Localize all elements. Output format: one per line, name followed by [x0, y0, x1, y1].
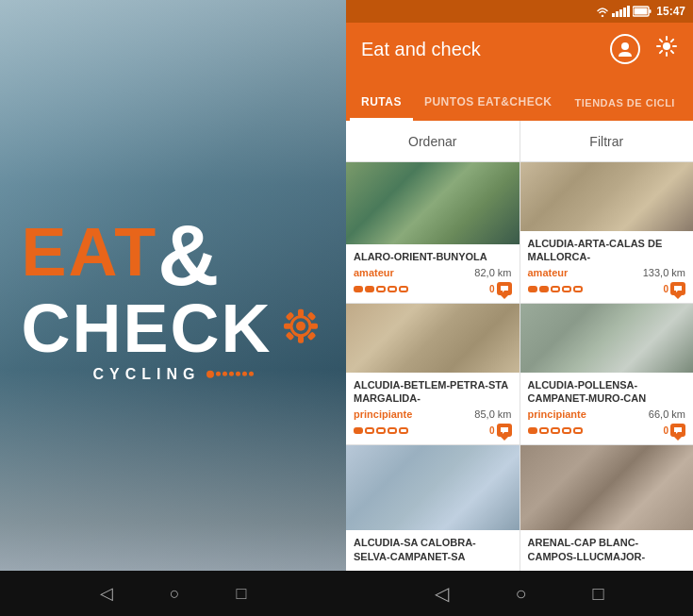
route-name-5: ALCUDIA-SA CALOBRA-SELVA-CAMPANET-SA — [354, 536, 512, 563]
comment-badge-1: 0 — [489, 282, 512, 295]
left-panel: EAT & CHECK CYCLING — [0, 0, 346, 616]
cycling-dot-1 — [206, 370, 213, 377]
route-card-1[interactable]: ALARO-ORIENT-BUNYOLA amateur 82,0 km 0 — [346, 162, 520, 303]
tabs: RUTAS PUNTOS EAT&CHECK TIENDAS DE CICLI — [346, 75, 693, 121]
chain-icon-2 — [528, 286, 583, 292]
route-image-3 — [346, 304, 520, 373]
route-meta-4: principiante 66,0 km — [528, 408, 686, 420]
route-name-2: ALCUDIA-ARTA-CALAS DE MALLORCA- — [528, 237, 686, 264]
tab-tiendas[interactable]: TIENDAS DE CICLI — [564, 86, 686, 121]
back-button-left[interactable]: ◁ — [100, 583, 113, 604]
route-card-2[interactable]: ALCUDIA-ARTA-CALAS DE MALLORCA- amateur … — [520, 162, 694, 303]
time: 15:47 — [656, 5, 685, 18]
sun-icon — [655, 35, 678, 58]
route-level-2: amateur — [528, 267, 569, 278]
home-button[interactable]: ○ — [515, 583, 526, 605]
sort-filter-bar: Ordenar Filtrar — [346, 121, 693, 162]
gear-icon — [276, 301, 325, 350]
route-km-2: 133,0 km — [643, 267, 685, 278]
comment-bubble-1 — [497, 282, 512, 295]
route-info-1: ALARO-ORIENT-BUNYOLA amateur 82,0 km 0 — [346, 244, 520, 303]
route-meta-3: principiante 85,0 km — [354, 408, 512, 420]
route-info-2: ALCUDIA-ARTA-CALAS DE MALLORCA- amateur … — [520, 231, 694, 304]
svg-rect-5 — [310, 323, 318, 328]
cycling-dot-3 — [222, 372, 226, 376]
cycling-dot-6 — [241, 372, 246, 376]
svg-rect-11 — [650, 9, 652, 13]
route-footer-4: 0 — [528, 424, 686, 441]
svg-line-19 — [660, 40, 662, 42]
logo-ampersand: & — [157, 217, 219, 293]
route-info-5: ALCUDIA-SA CALOBRA-SELVA-CAMPANET-SA — [346, 530, 520, 571]
tab-puntos[interactable]: PUNTOS EAT&CHECK — [413, 84, 564, 121]
comment-badge-4: 0 — [663, 424, 685, 437]
home-button-left[interactable]: ○ — [170, 584, 180, 604]
user-profile-button[interactable] — [610, 34, 640, 64]
route-card-3[interactable]: ALCUDIA-BETLEM-PETRA-STA MARGALIDA- prin… — [346, 304, 520, 444]
status-icons: 15:47 — [596, 5, 685, 18]
route-km-3: 85,0 km — [474, 408, 511, 420]
cycling-dots — [206, 370, 253, 377]
comment-bubble-2 — [670, 282, 685, 295]
svg-rect-3 — [298, 335, 304, 342]
route-image-5 — [346, 445, 520, 530]
filter-button[interactable]: Filtrar — [520, 121, 694, 161]
app-bar-title: Eat and check — [361, 39, 602, 60]
chain-icon-3 — [354, 427, 408, 434]
route-info-3: ALCUDIA-BETLEM-PETRA-STA MARGALIDA- prin… — [346, 373, 520, 445]
settings-sun-button[interactable] — [655, 35, 678, 63]
route-info-6: ARENAL-CAP BLANC-CAMPOS-LLUCMAJOR- — [520, 530, 694, 571]
route-info-4: ALCUDIA-POLLENSA-CAMPANET-MURO-CAN princ… — [520, 373, 694, 445]
chain-icon-4 — [528, 427, 583, 434]
svg-rect-2 — [298, 308, 304, 316]
status-bar: 15:47 — [346, 0, 693, 23]
svg-line-22 — [660, 51, 662, 53]
route-footer-3: 0 — [354, 424, 512, 441]
route-name-4: ALCUDIA-POLLENSA-CAMPANET-MURO-CAN — [528, 378, 686, 406]
route-image-1 — [346, 162, 520, 244]
recent-button-left[interactable]: □ — [237, 584, 247, 604]
route-card-4[interactable]: ALCUDIA-POLLENSA-CAMPANET-MURO-CAN princ… — [520, 304, 694, 444]
route-km-1: 82,0 km — [474, 267, 511, 278]
route-name-1: ALARO-ORIENT-BUNYOLA — [354, 250, 512, 263]
comment-bubble-4 — [670, 424, 685, 437]
svg-rect-4 — [284, 323, 291, 328]
tab-rutas[interactable]: RUTAS — [350, 84, 413, 121]
svg-line-20 — [671, 51, 673, 53]
route-footer-1: 0 — [354, 282, 512, 299]
right-panel: 15:47 Eat and check — [346, 0, 693, 616]
signal-icon — [612, 6, 630, 17]
logo-eat: EAT — [21, 217, 157, 285]
comment-badge-2: 0 — [663, 282, 685, 295]
route-meta-1: amateur 82,0 km — [354, 267, 512, 278]
svg-rect-12 — [635, 8, 648, 15]
comment-bubble-3 — [497, 424, 512, 437]
android-nav-right: ◁ ○ □ — [346, 571, 693, 616]
back-button[interactable]: ◁ — [435, 582, 449, 605]
route-card-5[interactable]: ALCUDIA-SA CALOBRA-SELVA-CAMPANET-SA — [346, 445, 520, 571]
route-name-6: ARENAL-CAP BLANC-CAMPOS-LLUCMAJOR- — [528, 536, 686, 563]
chain-icon-1 — [354, 286, 408, 292]
logo-cycling: CYCLING — [21, 365, 324, 382]
recent-button[interactable]: □ — [593, 583, 604, 605]
svg-point-13 — [621, 42, 629, 50]
user-icon — [617, 41, 634, 58]
cycling-dot-7 — [248, 372, 253, 376]
cycling-dot-2 — [215, 372, 220, 376]
route-name-3: ALCUDIA-BETLEM-PETRA-STA MARGALIDA- — [354, 378, 512, 406]
cycling-dot-4 — [228, 372, 233, 376]
route-footer-2: 0 — [528, 282, 686, 299]
route-card-6[interactable]: ARENAL-CAP BLANC-CAMPOS-LLUCMAJOR- — [520, 445, 694, 571]
route-level-4: principiante — [528, 408, 586, 420]
route-image-4 — [520, 304, 694, 373]
route-km-4: 66,0 km — [649, 408, 685, 420]
battery-icon — [633, 6, 652, 17]
svg-point-14 — [663, 42, 670, 50]
route-level-3: principiante — [354, 408, 412, 420]
cycling-dot-5 — [235, 372, 239, 376]
app-bar: Eat and check — [346, 23, 693, 75]
route-image-2 — [520, 162, 694, 231]
sort-button[interactable]: Ordenar — [346, 121, 520, 161]
route-meta-2: amateur 133,0 km — [528, 267, 686, 278]
logo-container: EAT & CHECK CYCLING — [21, 217, 324, 382]
